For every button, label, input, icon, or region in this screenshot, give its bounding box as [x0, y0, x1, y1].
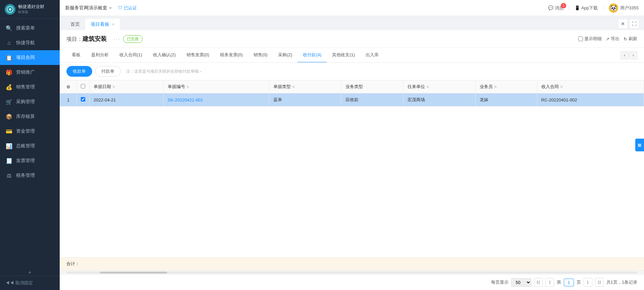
nav-tab-6[interactable]: 销售(0) — [248, 48, 273, 63]
nav-tab-5[interactable]: 税务发票(0) — [215, 48, 248, 63]
tabbar-actions: ✕ ⛶ — [619, 19, 639, 30]
sidebar-label-1: 快捷导航 — [16, 40, 35, 46]
sidebar-item-10[interactable]: ⚖税务管理 — [0, 168, 60, 183]
page-last-btn[interactable]: ⟩⟩ — [595, 278, 604, 287]
sidebar-unpin-btn[interactable]: ◀◀ 取消固定 — [0, 276, 60, 290]
show-detail-toggle[interactable]: 显示明细 — [578, 36, 602, 42]
cell-date: 2022-04-21 — [90, 93, 164, 106]
sidebar-label-6: 库存核算 — [16, 114, 35, 120]
th-partner[interactable]: 往来单位⇅ — [404, 80, 476, 93]
table-scrollbar[interactable] — [60, 270, 644, 274]
subtab-note: 注：这里是与项目关联的全部收付款单哦～ — [126, 69, 203, 74]
sidebar-nav: 🔍搜索菜单⌂快捷导航📋项目合同🎁营销推广💰销售管理🛒采购管理📦库存核算💳资金管理… — [0, 19, 60, 268]
th-date[interactable]: 单据日期⇅ — [90, 80, 164, 93]
sidebar-label-10: 税务管理 — [16, 172, 35, 178]
sidebar-item-0[interactable]: 🔍搜索菜单 — [0, 21, 60, 35]
select-all-checkbox[interactable] — [81, 84, 85, 88]
sidebar-item-8[interactable]: 📊总账管理 — [0, 139, 60, 153]
sidebar-icon-5: 🛒 — [5, 98, 13, 105]
show-detail-checkbox[interactable] — [578, 37, 583, 41]
sidebar-item-7[interactable]: 💳资金管理 — [0, 124, 60, 139]
page-content: 项目：建筑安装 ··· 已生效 显示明细 ↗ 导出 ↻ 刷新 看 — [60, 30, 644, 290]
sidebar-item-1[interactable]: ⌂快捷导航 — [0, 35, 60, 50]
cell-biz-type: 应收款 — [341, 93, 404, 106]
topbar-user-btn[interactable]: 🐼 用户3355 — [609, 3, 639, 13]
nav-tab-1[interactable]: 盈利分析 — [86, 48, 114, 63]
topbar-divider2 — [603, 5, 603, 11]
nav-scroll-left-btn[interactable]: ‹ — [621, 51, 629, 59]
export-icon: ↗ — [606, 37, 609, 42]
sidebar-item-5[interactable]: 🛒采购管理 — [0, 94, 60, 109]
nav-scroll-right-btn[interactable]: › — [629, 51, 637, 59]
sidebar-item-9[interactable]: 🧾发票管理 — [0, 153, 60, 168]
th-salesperson[interactable]: 业务员⇅ — [476, 80, 537, 93]
refresh-btn[interactable]: ↻ 刷新 — [624, 36, 637, 42]
sidebar-icon-1: ⌂ — [5, 39, 13, 47]
sidebar-item-4[interactable]: 💰销售管理 — [0, 80, 60, 94]
topbar: 新服务官网演示账套 ▾ 🛡 已认证 💬 消息 1 📱 App下载 🐼 用户335… — [60, 0, 644, 16]
th-code[interactable]: 单据编号⇅ — [163, 80, 269, 93]
nav-tab-4[interactable]: 销售发票(0) — [181, 48, 215, 63]
topbar-app-download-btn[interactable]: 📱 App下载 — [575, 5, 598, 11]
topbar-right: 💬 消息 1 📱 App下载 🐼 用户3355 — [548, 3, 639, 13]
th-settings[interactable]: ⚙ — [60, 80, 77, 93]
page-current: 1 — [564, 279, 574, 286]
nav-tab-0[interactable]: 看板 — [66, 48, 86, 63]
sidebar-icon-3: 🎁 — [5, 69, 13, 76]
page-first-btn[interactable]: ⟨⟨ — [534, 278, 543, 287]
sidebar-icon-9: 🧾 — [5, 157, 13, 164]
topbar-dropdown-icon[interactable]: ▾ — [109, 6, 111, 10]
sidebar-item-3[interactable]: 🎁营销推广 — [0, 65, 60, 80]
tab-maximize-btn[interactable]: ⛶ — [630, 19, 639, 28]
tab-project-board[interactable]: 项目看板 × — [85, 19, 120, 30]
nav-tab-8[interactable]: 收付款(4) — [298, 48, 327, 63]
side-quick-access-btn[interactable]: ▦ — [635, 139, 644, 151]
topbar-project-name: 新服务官网演示账套 — [65, 5, 107, 11]
export-btn[interactable]: ↗ 导出 — [606, 36, 620, 42]
tab-minimize-btn[interactable]: ✕ — [619, 19, 627, 28]
subtab-payments-btn[interactable]: 付款单 — [95, 66, 121, 77]
sidebar-item-2[interactable]: 📋项目合同 — [0, 50, 60, 65]
cell-code[interactable]: SK-20220421-001 — [163, 93, 269, 106]
nav-tab-7[interactable]: 采购(2) — [273, 48, 298, 63]
page-more-btn[interactable]: ··· — [113, 35, 120, 43]
app-logo-icon — [5, 4, 15, 15]
per-page-select[interactable]: 50 100 200 — [511, 278, 531, 287]
cell-checkbox[interactable] — [77, 93, 90, 106]
nav-tab-2[interactable]: 收入合同(1) — [114, 48, 148, 63]
status-badge: 已生效 — [123, 35, 143, 43]
th-contract[interactable]: 收入合同⇅ — [537, 80, 644, 93]
nav-tabs: 看板盈利分析收入合同(1)收入确认(2)销售发票(0)税务发票(0)销售(0)采… — [60, 48, 644, 63]
nav-tabs-scroll: ‹ › — [621, 51, 637, 59]
page-prefix-label: 第 — [557, 279, 561, 285]
nav-tab-9[interactable]: 其他收支(1) — [327, 48, 360, 63]
subtab-receipts-btn[interactable]: 收款单 — [66, 66, 92, 77]
sidebar-icon-7: 💳 — [5, 128, 13, 135]
table-header: ⚙ 单据日期⇅ 单据编号⇅ 单据类型⇅ 业务类型 往来单位⇅ 业务员⇅ 收入合同… — [60, 80, 644, 93]
th-type[interactable]: 单据类型⇅ — [269, 80, 341, 93]
scrollbar-thumb[interactable] — [100, 272, 167, 274]
table-container: ⚙ 单据日期⇅ 单据编号⇅ 单据类型⇅ 业务类型 往来单位⇅ 业务员⇅ 收入合同… — [60, 80, 644, 257]
topbar-certified: 🛡 已认证 — [118, 5, 137, 11]
th-biz-type: 业务类型 — [341, 80, 404, 93]
page-prev-btn[interactable]: ⟨ — [545, 278, 554, 287]
page-header-actions: 显示明细 ↗ 导出 ↻ 刷新 — [578, 36, 637, 42]
sort-salesperson-icon: ⇅ — [494, 85, 497, 89]
code-link[interactable]: SK-20220421-001 — [168, 97, 203, 102]
sidebar-label-9: 发票管理 — [16, 158, 35, 164]
sidebar-label-0: 搜索菜单 — [16, 25, 35, 31]
table-row[interactable]: 1 2022-04-21 SK-20220421-001 蓝单 应收款 宏茂商场… — [60, 93, 644, 106]
sort-contract-icon: ⇅ — [560, 85, 563, 89]
topbar-message-btn[interactable]: 💬 消息 1 — [548, 5, 564, 11]
sidebar-label-2: 项目合同 — [16, 55, 35, 61]
nav-tab-3[interactable]: 收入确认(2) — [148, 48, 181, 63]
cell-partner: 宏茂商场 — [404, 93, 476, 106]
nav-tab-10[interactable]: 出入库 — [360, 48, 384, 63]
page-next-btn[interactable]: ⟩ — [584, 278, 592, 287]
topbar-divider1 — [569, 5, 569, 11]
page-title: 项目：建筑安装 — [66, 35, 107, 43]
row-checkbox-0[interactable] — [81, 97, 85, 101]
sidebar-item-6[interactable]: 📦库存核算 — [0, 109, 60, 124]
tab-close-btn[interactable]: × — [112, 22, 114, 27]
tab-home[interactable]: 首页 — [65, 19, 85, 30]
